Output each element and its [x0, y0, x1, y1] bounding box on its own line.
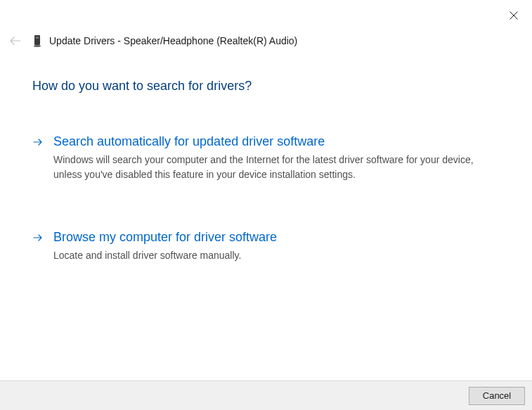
option-title: Browse my computer for driver software: [53, 229, 490, 245]
option-description: Windows will search your computer and th…: [53, 153, 490, 181]
option-description: Locate and install driver software manua…: [53, 248, 490, 262]
arrow-right-icon: [32, 135, 44, 149]
close-button[interactable]: [507, 8, 521, 23]
page-heading: How do you want to search for drivers?: [32, 79, 252, 94]
arrow-right-icon: [32, 231, 44, 245]
close-icon: [510, 11, 518, 20]
svg-rect-3: [36, 37, 39, 39]
svg-point-4: [34, 45, 41, 46]
header: Update Drivers - Speaker/Headphone (Real…: [8, 34, 297, 48]
back-button[interactable]: [8, 34, 22, 48]
cancel-button[interactable]: Cancel: [469, 387, 525, 405]
device-icon: [32, 34, 42, 47]
footer: Cancel: [0, 380, 532, 410]
option-title: Search automatically for updated driver …: [53, 134, 490, 150]
option-search-automatically[interactable]: Search automatically for updated driver …: [32, 129, 490, 186]
option-browse-computer[interactable]: Browse my computer for driver software L…: [32, 225, 490, 267]
back-arrow-icon: [10, 37, 21, 45]
window-title: Update Drivers - Speaker/Headphone (Real…: [49, 35, 297, 46]
